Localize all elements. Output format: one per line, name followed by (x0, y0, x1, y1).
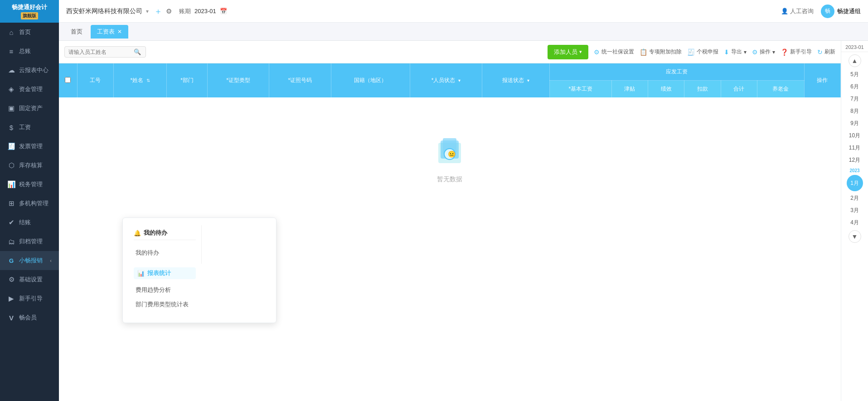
name-sort-icon[interactable]: ⇅ (146, 78, 150, 83)
tab-payroll[interactable]: 工资表 ✕ (91, 25, 128, 39)
col-name[interactable]: *姓名 ⇅ (113, 63, 167, 97)
xiaochang-icon: G (7, 257, 15, 264)
refresh-action[interactable]: ↻ 刷新 (817, 48, 835, 56)
main-area: 西安虾米网络科技有限公司 ▾ ＋ ⚙ 账期 2023-01 📅 👤 人工咨询 畅… (59, 0, 868, 401)
user-name: 畅捷通组 (837, 7, 861, 15)
export-action[interactable]: ⬇ 导出 ▾ (724, 48, 747, 56)
tax-deduct-action[interactable]: 📋 专项附加扣除 (640, 48, 682, 56)
member-icon: V (7, 314, 15, 322)
settlement-icon: ✔ (7, 218, 15, 227)
col-id-number: *证照号码 (269, 63, 331, 97)
month-item-9[interactable]: 9月 (844, 117, 866, 130)
month-item-10[interactable]: 10月 (844, 130, 866, 142)
social-security-action[interactable]: ⚙ 统一社保设置 (594, 48, 634, 56)
sidebar-item-archive[interactable]: 🗂 归档管理 (0, 232, 59, 251)
month-item-3[interactable]: 3月 (844, 204, 866, 217)
popup-item-dept-cost[interactable]: 部门费用类型统计表 (134, 297, 196, 312)
app-logo: 畅捷通好会计 旗舰版 (0, 0, 59, 23)
tax-deduct-icon: 📋 (640, 48, 647, 56)
popup-divider (201, 225, 202, 264)
sidebar-item-ledger[interactable]: ≡ 总账 (0, 42, 59, 61)
select-all-checkbox[interactable] (65, 77, 71, 83)
sidebar-item-xiaochang[interactable]: G 小畅报销 ‹ (0, 251, 59, 270)
sidebar-item-fund[interactable]: ◈ 资金管理 (0, 80, 59, 99)
tab-close-icon[interactable]: ✕ (117, 29, 122, 35)
svg-text:😐: 😐 (448, 150, 456, 158)
tab-home[interactable]: 首页 (64, 25, 89, 39)
month-item-2[interactable]: 2月 (844, 192, 866, 204)
submit-status-filter-icon[interactable]: ▾ (527, 78, 529, 83)
checkbox-header[interactable] (59, 63, 77, 97)
inventory-icon: ⬡ (7, 161, 15, 169)
popup-overlay: 🔔 我的待办 我的待办 📊 报表统计 费用趋势分析 (122, 217, 276, 323)
guide-action[interactable]: ❓ 新手引导 (781, 48, 812, 56)
sidebar-item-inventory[interactable]: ⬡ 库存核算 (0, 156, 59, 175)
col-operations: 操作 (804, 63, 840, 97)
settings-button[interactable]: ⚙ (166, 7, 172, 15)
sidebar-item-guide[interactable]: ▶ 新手引导 (0, 289, 59, 308)
year-2023-label: 2023 (849, 168, 859, 173)
operation-action[interactable]: ⚙ 操作 ▾ (752, 48, 775, 56)
month-year-header: 2023-01 (841, 43, 868, 52)
col-total: 合计 (721, 81, 757, 98)
popup-item-my-pending[interactable]: 我的待办 (134, 246, 196, 260)
col-person-status[interactable]: *人员状态 ▾ (410, 63, 482, 97)
sidebar: 畅捷通好会计 旗舰版 ⌂ 首页 ≡ 总账 ☁ 云报表中心 ◈ 资金管理 ▣ 固定… (0, 0, 59, 401)
sidebar-item-home[interactable]: ⌂ 首页 (0, 23, 59, 42)
popup-report-title: 📊 报表统计 (134, 267, 196, 279)
user-info[interactable]: 畅 畅捷通组 (821, 5, 861, 18)
month-item-8[interactable]: 8月 (844, 105, 866, 117)
guide-toolbar-icon: ❓ (781, 48, 788, 56)
sidebar-item-fixed-assets[interactable]: ▣ 固定资产 (0, 99, 59, 118)
person-status-filter-icon[interactable]: ▾ (458, 78, 461, 83)
period-label: 账期 (179, 7, 191, 15)
sidebar-item-tax[interactable]: 📊 税务管理 (0, 175, 59, 194)
header-right: 👤 人工咨询 畅 畅捷通组 (781, 5, 861, 18)
search-input[interactable] (68, 49, 132, 55)
month-item-12[interactable]: 12月 (844, 154, 866, 166)
popup-section-report-stats: 📊 报表统计 费用趋势分析 部门费用类型统计表 (130, 264, 199, 315)
sidebar-item-member[interactable]: V 畅会员 (0, 308, 59, 327)
operation-icon: ⚙ (752, 48, 758, 56)
month-item-4[interactable]: 4月 (844, 217, 866, 229)
operation-dropdown-icon: ▾ (772, 49, 775, 55)
app-sub-label: 旗舰版 (21, 12, 38, 19)
col-deduction: 扣款 (684, 81, 721, 98)
month-item-1-active[interactable]: 1月 (847, 175, 863, 191)
month-item-6[interactable]: 6月 (844, 81, 866, 93)
sidebar-item-cloud-report[interactable]: ☁ 云报表中心 (0, 61, 59, 80)
add-person-button[interactable]: 添加人员 ▾ (548, 45, 588, 59)
add-person-arrow: ▾ (579, 49, 582, 55)
service-button[interactable]: 👤 人工咨询 (781, 7, 814, 15)
month-item-11[interactable]: 11月 (844, 142, 866, 154)
calendar-icon[interactable]: 📅 (220, 8, 227, 14)
app-name: 畅捷通好会计 (12, 3, 47, 11)
col-id-type: *证型类型 (207, 63, 269, 97)
sidebar-item-basic-settings[interactable]: ⚙ 基础设置 (0, 270, 59, 289)
add-company-button[interactable]: ＋ (154, 6, 162, 17)
month-item-5[interactable]: 5月 (844, 68, 866, 81)
month-item-7[interactable]: 7月 (844, 93, 866, 105)
empty-text: 暂无数据 (437, 175, 462, 184)
col-submit-status[interactable]: 报送状态 ▾ (482, 63, 550, 97)
popup-item-cost-trend[interactable]: 费用趋势分析 (134, 283, 196, 297)
company-dropdown-arrow[interactable]: ▾ (146, 8, 149, 14)
sidebar-item-settlement[interactable]: ✔ 结账 (0, 213, 59, 232)
col-performance: 绩效 (648, 81, 684, 98)
refresh-icon: ↻ (817, 48, 823, 56)
empty-state-row: 😐 暂无数据 (59, 97, 841, 220)
tax-report-action[interactable]: 🧾 个税申报 (687, 48, 718, 56)
col-allowance: 津贴 (611, 81, 648, 98)
sidebar-item-payroll[interactable]: $ 工资 (0, 118, 59, 137)
cloud-icon: ☁ (7, 66, 15, 74)
multi-org-icon: ⊞ (7, 199, 15, 208)
fund-icon: ◈ (7, 85, 15, 93)
archive-icon: 🗂 (7, 238, 15, 246)
period-value: 2023-01 (194, 8, 216, 14)
empty-state: 😐 暂无数据 (59, 97, 841, 220)
pending-icon: 🔔 (134, 230, 141, 237)
sidebar-item-invoice[interactable]: 🧾 发票管理 (0, 137, 59, 156)
month-next-button[interactable]: ▼ (849, 230, 861, 243)
sidebar-item-multi-org[interactable]: ⊞ 多机构管理 (0, 194, 59, 213)
month-prev-button[interactable]: ▲ (849, 54, 861, 67)
